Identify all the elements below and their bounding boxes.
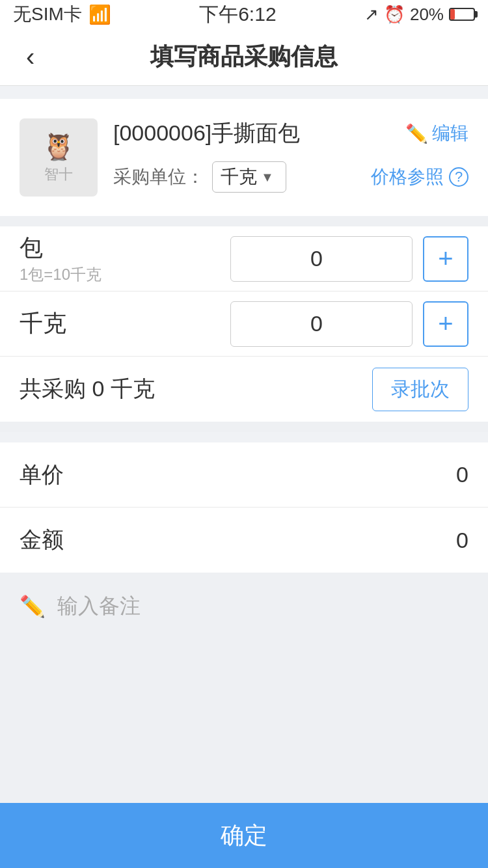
kg-plus-button[interactable]: + — [423, 301, 468, 347]
amount-value: 0 — [456, 528, 468, 553]
kg-main-label: 千克 — [20, 308, 98, 340]
bag-plus-button[interactable]: + — [423, 236, 468, 282]
kg-input-right: + — [98, 301, 468, 347]
chevron-down-icon: ▼ — [261, 170, 274, 185]
bag-input-row: 包 1包=10千克 + — [0, 226, 488, 292]
amount-row: 金额 0 — [0, 508, 488, 573]
product-name-row: [0000006]手撕面包 ✏️ 编辑 — [113, 118, 468, 148]
unit-label: 采购单位： — [113, 165, 204, 189]
status-left: 无SIM卡 📶 — [13, 2, 111, 27]
edit-icon: ✏️ — [405, 123, 428, 144]
info-icon: ? — [449, 167, 468, 187]
status-right: ↗ ⏰ 20% — [364, 5, 475, 25]
confirm-button[interactable]: 确定 — [0, 803, 488, 868]
product-image: 🦉 智十 — [20, 118, 98, 197]
location-icon: ↗ — [364, 5, 379, 25]
total-row: 共采购 0 千克 录批次 — [0, 357, 488, 422]
battery-percent: 20% — [410, 5, 444, 25]
unit-price-label: 单价 — [20, 460, 64, 490]
product-logo-text: 智十 — [44, 165, 73, 184]
product-logo-icon: 🦉 — [42, 131, 75, 162]
price-section: 单价 0 金额 0 — [0, 442, 488, 573]
unit-value: 千克 — [221, 165, 257, 189]
section-divider-2 — [0, 422, 488, 432]
nav-bar: ‹ 填写商品采购信息 — [0, 29, 488, 86]
bag-input-section: 包 1包=10千克 + 千克 + — [0, 226, 488, 357]
product-section: 🦉 智十 [0000006]手撕面包 ✏️ 编辑 采购单位： 千克 ▼ 价格参照… — [0, 99, 488, 216]
page-title: 填写商品采购信息 — [150, 41, 338, 73]
time-label: 下午6:12 — [199, 1, 276, 28]
kg-quantity-input[interactable] — [230, 301, 413, 347]
edit-label: 编辑 — [432, 121, 468, 146]
bag-sub-label: 1包=10千克 — [20, 264, 102, 285]
wifi-icon: 📶 — [88, 4, 111, 25]
bag-main-label: 包 — [20, 232, 102, 264]
note-placeholder: 输入备注 — [57, 592, 141, 621]
alarm-icon: ⏰ — [384, 5, 405, 25]
bag-input-right: + — [102, 236, 468, 282]
carrier-label: 无SIM卡 — [13, 2, 82, 27]
battery-icon — [449, 8, 475, 21]
edit-button[interactable]: ✏️ 编辑 — [405, 121, 468, 146]
price-ref-label: 价格参照 — [371, 165, 444, 189]
unit-price-value: 0 — [456, 462, 468, 487]
kg-input-row: 千克 + — [0, 292, 488, 357]
batch-button[interactable]: 录批次 — [372, 368, 468, 411]
bag-label-group: 包 1包=10千克 — [20, 232, 102, 285]
pencil-icon: ✏️ — [20, 594, 46, 619]
status-bar: 无SIM卡 📶 下午6:12 ↗ ⏰ 20% — [0, 0, 488, 29]
unit-price-row: 单价 0 — [0, 442, 488, 508]
section-divider-1 — [0, 216, 488, 226]
price-ref-button[interactable]: 价格参照 ? — [371, 165, 468, 189]
product-name: [0000006]手撕面包 — [113, 118, 300, 148]
back-button[interactable]: ‹ — [20, 36, 41, 78]
amount-label: 金额 — [20, 525, 64, 555]
bag-quantity-input[interactable] — [230, 236, 413, 282]
total-label: 共采购 0 千克 — [20, 374, 155, 404]
note-section[interactable]: ✏️ 输入备注 — [0, 573, 488, 640]
confirm-label: 确定 — [221, 820, 267, 852]
unit-select[interactable]: 千克 ▼ — [212, 161, 286, 193]
product-info: [0000006]手撕面包 ✏️ 编辑 采购单位： 千克 ▼ 价格参照 ? — [113, 118, 468, 193]
kg-label-group: 千克 — [20, 308, 98, 340]
unit-row: 采购单位： 千克 ▼ 价格参照 ? — [113, 161, 468, 193]
